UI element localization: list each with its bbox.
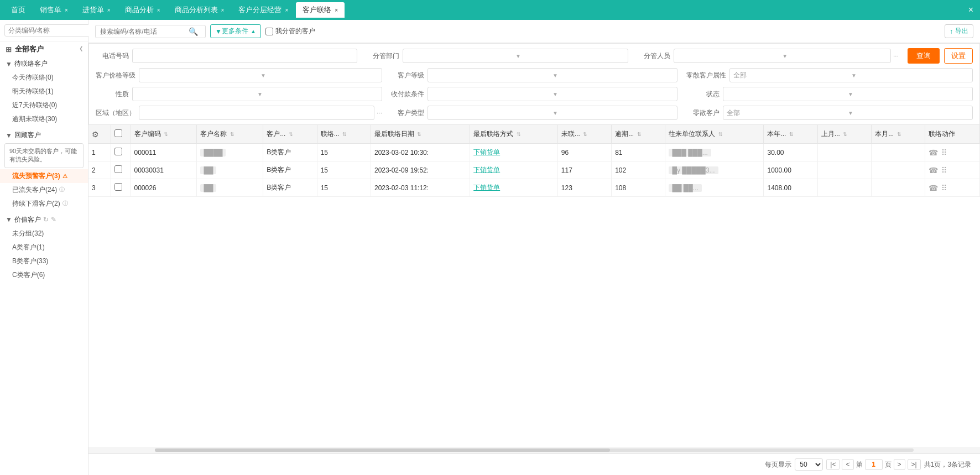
- tab-close-customer-contact[interactable]: ×: [335, 7, 338, 13]
- row-checkbox[interactable]: [114, 183, 122, 191]
- filter-payment-select[interactable]: ▼: [428, 87, 677, 101]
- filter-retail-attr: 零散客户属性 全部 ▼: [686, 68, 973, 82]
- next-page-button[interactable]: >: [894, 459, 905, 470]
- sidebar-all-customers[interactable]: ⊞ 全部客户 《: [0, 41, 88, 57]
- tab-product-list[interactable]: 商品分析列表 ×: [168, 2, 231, 18]
- sort-icon-contact[interactable]: ⇅: [342, 132, 347, 137]
- filter-retail-attr-select[interactable]: 全部 ▼: [729, 68, 973, 82]
- tab-close-sales[interactable]: ×: [65, 7, 68, 13]
- filter-customer-grade-select[interactable]: ▼: [428, 68, 677, 82]
- edit-icon[interactable]: ✎: [51, 216, 56, 223]
- last-page-button[interactable]: >|: [908, 459, 921, 470]
- sort-icon-name[interactable]: ⇅: [230, 132, 234, 137]
- tab-close-purchase[interactable]: ×: [107, 7, 111, 13]
- sort-icon-unit[interactable]: ⇅: [718, 132, 723, 137]
- page-input[interactable]: [865, 459, 883, 470]
- sidebar-item-overdue[interactable]: 逾期未联络(30): [0, 112, 88, 126]
- contact-icon[interactable]: ☎: [929, 148, 938, 157]
- sort-icon-lmonth[interactable]: ⇅: [843, 132, 847, 137]
- filter-region-dots[interactable]: ···: [377, 109, 382, 117]
- gear-icon[interactable]: ⚙: [92, 130, 99, 139]
- tab-close-product-list[interactable]: ×: [221, 7, 225, 13]
- horizontal-scrollbar[interactable]: [88, 447, 980, 453]
- contact-icon[interactable]: ☎: [929, 166, 938, 175]
- action-icons: ☎ ⠿: [929, 184, 976, 192]
- prev-page-button[interactable]: <: [842, 459, 853, 470]
- sort-icon-date[interactable]: ⇅: [417, 132, 421, 137]
- sort-icon-overdue[interactable]: ⇅: [637, 132, 642, 137]
- filter-phone-input[interactable]: [132, 49, 357, 63]
- sidebar-item-tomorrow[interactable]: 明天待联络(1): [0, 85, 88, 98]
- more-action-icon[interactable]: ⠿: [941, 184, 947, 192]
- tab-close-product-analysis[interactable]: ×: [157, 7, 160, 13]
- filter-price-grade-select[interactable]: ▼: [139, 68, 382, 82]
- first-page-button[interactable]: |<: [826, 459, 840, 470]
- cell-last-method: 下销货单: [470, 179, 558, 197]
- export-icon: ↑: [950, 28, 953, 35]
- tab-customer-layer[interactable]: 客户分层经营 ×: [232, 2, 295, 18]
- row-checkbox[interactable]: [114, 148, 122, 155]
- sidebar-item-class-b[interactable]: B类客户(33): [0, 254, 88, 268]
- more-action-icon[interactable]: ⠿: [941, 148, 947, 157]
- sidebar-item-class-c[interactable]: C类客户(6): [0, 268, 88, 282]
- filter-person-select[interactable]: ▼: [674, 49, 891, 63]
- filter-person-dots[interactable]: ···: [893, 52, 899, 60]
- setting-button[interactable]: 设置: [944, 48, 973, 64]
- filter-dept-select[interactable]: ▼: [403, 49, 628, 63]
- sort-icon-year[interactable]: ⇅: [789, 132, 794, 137]
- query-button[interactable]: 查询: [908, 48, 940, 64]
- sidebar-item-7days[interactable]: 近7天待联络(0): [0, 98, 88, 112]
- sort-icon-code[interactable]: ⇅: [164, 132, 168, 137]
- contact-method-link[interactable]: 下销货单: [473, 184, 500, 191]
- per-page-select[interactable]: 50 100 200: [795, 458, 823, 471]
- cell-no: 2: [88, 161, 111, 179]
- tab-close-customer-layer[interactable]: ×: [285, 7, 288, 13]
- more-action-icon[interactable]: ⠿: [941, 166, 947, 175]
- close-all-tabs[interactable]: ×: [966, 3, 976, 17]
- refresh-icon[interactable]: ↻: [43, 216, 49, 223]
- sidebar-item-today[interactable]: 今天待联络(0): [0, 71, 88, 85]
- cell-contact: 15: [317, 144, 371, 161]
- contact-icon[interactable]: ☎: [929, 184, 938, 192]
- more-filters-button[interactable]: ▼ 更多条件 ▲: [210, 24, 261, 38]
- filter-panel: 电话号码 分管部门 ▼ 分管人员 ▼ ···: [88, 43, 980, 125]
- my-customers-checkbox-label[interactable]: 我分管的客户: [265, 27, 315, 36]
- sort-icon-method[interactable]: ⇅: [517, 132, 521, 137]
- sort-icon-tmonth[interactable]: ⇅: [897, 132, 901, 137]
- scrollbar-thumb[interactable]: [155, 448, 610, 452]
- filter-status-select[interactable]: ▼: [723, 87, 973, 101]
- th-last-month: 上月... ⇅: [817, 125, 871, 144]
- sidebar-item-churned[interactable]: 已流失客户(24) ⓘ: [0, 183, 88, 197]
- blurred-unit: ███ ███...: [669, 149, 711, 156]
- filter-nature-select[interactable]: ▼: [132, 87, 382, 101]
- contact-method-link[interactable]: 下销货单: [473, 166, 500, 174]
- row-checkbox[interactable]: [114, 165, 122, 173]
- table-row: 3 000026 ██ B类客户 15 2023-02-03 11:12: 下销…: [88, 179, 980, 197]
- sort-icon-type[interactable]: ⇅: [289, 132, 293, 137]
- sidebar-item-class-a[interactable]: A类客户(1): [0, 241, 88, 254]
- filter-retail-customer-select[interactable]: 全部 ▼: [723, 106, 973, 120]
- cell-last-month: [817, 179, 871, 197]
- sidebar-group-value-title[interactable]: ▼ 价值客户 ↻ ✎: [0, 213, 88, 227]
- tab-product-analysis[interactable]: 商品分析 ×: [118, 2, 167, 18]
- select-all-checkbox[interactable]: [114, 129, 122, 137]
- tab-customer-contact[interactable]: 客户联络 ×: [296, 2, 345, 18]
- tab-purchase[interactable]: 进货单 ×: [76, 2, 117, 18]
- contact-method-link[interactable]: 下销货单: [473, 148, 500, 156]
- sidebar-item-declining[interactable]: 持续下滑客户(2) ⓘ: [0, 197, 88, 211]
- export-button[interactable]: ↑ 导出: [945, 24, 973, 38]
- search-input[interactable]: [100, 28, 189, 35]
- sidebar-item-ungrouped[interactable]: 未分组(32): [0, 227, 88, 241]
- sidebar-item-churn-warning[interactable]: 流失预警客户(3) ⚠: [0, 169, 88, 183]
- tab-sales[interactable]: 销售单 ×: [33, 2, 75, 18]
- filter-region-select[interactable]: [139, 106, 374, 120]
- my-customers-checkbox[interactable]: [265, 28, 273, 35]
- filter-customer-type-select[interactable]: ▼: [428, 106, 677, 120]
- sidebar-group-review-title[interactable]: ▼ 回顾客户: [0, 128, 88, 142]
- sort-icon-not-contacted[interactable]: ⇅: [583, 132, 587, 137]
- sidebar-search-input[interactable]: [4, 24, 95, 36]
- data-table: ⚙ 客户编码 ⇅ 客户名称 ⇅: [88, 125, 980, 197]
- sidebar-group-pending-title[interactable]: ▼ 待联络客户: [0, 57, 88, 71]
- tab-home[interactable]: 首页: [4, 2, 32, 18]
- search-button[interactable]: 🔍: [189, 27, 198, 36]
